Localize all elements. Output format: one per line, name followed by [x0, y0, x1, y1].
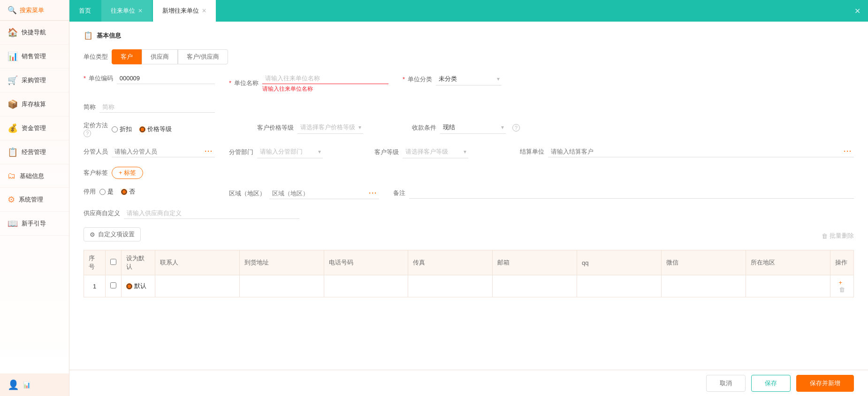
form-group-supplier-custom: 供应商自定义	[84, 208, 299, 219]
customer-price-label: 客户价格等级	[257, 124, 294, 132]
manager-input[interactable]	[114, 148, 205, 155]
region-field: ···	[269, 187, 379, 199]
remark-input[interactable]	[409, 187, 854, 199]
department-placeholder: 请输入分管部门	[260, 148, 316, 156]
cell-qq[interactable]	[577, 275, 662, 297]
col-phone: 电话号码	[324, 250, 408, 275]
contact-input[interactable]	[160, 283, 235, 290]
row-checkbox[interactable]	[110, 282, 116, 288]
col-action: 操作	[830, 250, 853, 275]
money-icon: 💰	[8, 123, 18, 133]
cell-region[interactable]	[746, 275, 830, 297]
sidebar-search-label: 搜索菜单	[20, 6, 44, 15]
gear-icon: ⚙	[90, 231, 95, 238]
col-region: 所在地区	[746, 250, 830, 275]
phone-input[interactable]	[329, 283, 404, 290]
short-name-input[interactable]	[99, 101, 215, 113]
unit-type-supplier[interactable]: 供应商	[142, 49, 178, 64]
sidebar-footer: 👤 📊	[0, 373, 69, 396]
tab-partners-label: 往来单位	[111, 7, 135, 15]
sidebar-item-inventory[interactable]: 📦 库存核算	[0, 93, 69, 116]
tab-partners-close[interactable]: ✕	[138, 8, 143, 14]
cell-fax[interactable]	[408, 275, 493, 297]
payment-terms-dropdown[interactable]: 现结 ▾	[440, 121, 506, 134]
delete-row-btn[interactable]: 🗑	[839, 286, 845, 293]
tab-bar-close-all[interactable]: ✕	[854, 7, 860, 16]
book-icon: 📖	[8, 218, 18, 229]
sidebar-item-purchase[interactable]: 🛒 采购管理	[0, 69, 69, 93]
department-dropdown[interactable]: 请输入分管部门 ▾	[257, 146, 323, 158]
cancel-button[interactable]: 取消	[706, 375, 746, 392]
sidebar-item-quick-nav[interactable]: 🏠 快捷导航	[0, 21, 69, 45]
sidebar-item-sales[interactable]: 📊 销售管理	[0, 45, 69, 69]
sidebar-item-operations[interactable]: 📋 经营管理	[0, 140, 69, 164]
remark-label: 备注	[393, 189, 405, 197]
custom-settings-button[interactable]: ⚙ 自定义项设置	[84, 227, 141, 241]
tab-home[interactable]: 首页	[69, 0, 100, 22]
unit-type-label: 单位类型	[84, 53, 108, 61]
cell-checkbox[interactable]	[106, 275, 122, 297]
manager-more-btn[interactable]: ···	[205, 148, 213, 155]
region-more-btn[interactable]: ···	[369, 189, 377, 197]
col-qq: qq	[577, 250, 662, 275]
unit-code-input[interactable]	[117, 73, 215, 84]
cell-email[interactable]	[493, 275, 577, 297]
payment-help-icon[interactable]: ?	[512, 124, 520, 132]
fax-input[interactable]	[413, 283, 487, 290]
unit-type-both[interactable]: 客户/供应商	[178, 49, 228, 64]
customer-price-placeholder: 请选择客户价格等级	[300, 123, 357, 132]
box-icon: 📦	[8, 99, 18, 109]
settlement-field: ···	[548, 146, 854, 157]
default-radio-label[interactable]: 默认	[126, 282, 150, 290]
add-tag-button[interactable]: + 标签	[112, 167, 143, 179]
region-input[interactable]	[272, 190, 369, 197]
disabled-yes-radio[interactable]: 是	[99, 187, 114, 196]
default-radio[interactable]	[126, 283, 132, 289]
sidebar-item-label: 销售管理	[22, 52, 46, 61]
save-button[interactable]: 保存	[751, 375, 791, 392]
cell-seq: 1	[84, 275, 106, 297]
pricing-level-radio[interactable]: 价格等级	[139, 125, 172, 133]
address-input[interactable]	[244, 283, 319, 290]
batch-delete-btn[interactable]: 🗑 批量删除	[822, 232, 854, 240]
customer-level-dropdown[interactable]: 请选择客户等级 ▾	[403, 146, 468, 158]
tab-new-partner-close[interactable]: ✕	[202, 8, 206, 14]
form-group-unit-type: 单位类型 客户 供应商 客户/供应商	[84, 49, 854, 64]
save-new-button[interactable]: 保存并新增	[796, 375, 854, 392]
sidebar-item-guide[interactable]: 📖 新手引导	[0, 212, 69, 236]
sidebar-search[interactable]: 🔍 搜索菜单	[0, 0, 69, 21]
customer-price-dropdown[interactable]: 请选择客户价格等级 ▾	[297, 121, 363, 134]
cell-contact[interactable]	[155, 275, 239, 297]
disabled-no-radio[interactable]: 否	[121, 187, 135, 196]
tab-home-label: 首页	[79, 7, 91, 15]
tab-partners[interactable]: 往来单位 ✕	[101, 0, 152, 22]
cell-address[interactable]	[239, 275, 324, 297]
qq-input[interactable]	[582, 283, 656, 290]
region-cell-input[interactable]	[751, 283, 825, 290]
cell-wechat[interactable]	[661, 275, 746, 297]
tab-new-partner[interactable]: 新增往来单位 ✕	[153, 0, 216, 22]
sidebar-footer-icon2: 📊	[23, 381, 30, 388]
sidebar-item-basic[interactable]: 🗂 基础信息	[0, 164, 69, 188]
unit-category-dropdown[interactable]: 未分类 ▾	[436, 73, 502, 85]
gear-icon: ⚙	[8, 194, 15, 205]
select-all-checkbox[interactable]	[110, 259, 116, 265]
add-row-btn[interactable]: +	[839, 279, 843, 286]
tab-new-partner-label: 新增往来单位	[162, 7, 199, 15]
pricing-help-icon[interactable]: ?	[84, 130, 91, 137]
sidebar-item-system[interactable]: ⚙ 系统管理	[0, 188, 69, 212]
sidebar-item-finance[interactable]: 💰 资金管理	[0, 116, 69, 140]
supplier-custom-input[interactable]	[124, 208, 299, 219]
settlement-more-btn[interactable]: ···	[844, 148, 852, 155]
cell-phone[interactable]	[324, 275, 408, 297]
email-input[interactable]	[497, 283, 572, 290]
form-group-pricing: 定价方法 ? 折扣 价格等级	[84, 121, 243, 137]
unit-name-input[interactable]	[262, 73, 388, 84]
wechat-input[interactable]	[666, 283, 741, 290]
payment-terms-value: 现结	[443, 123, 499, 132]
cell-default: 默认	[122, 275, 155, 297]
sidebar-item-label: 新手引导	[22, 219, 46, 228]
unit-type-customer[interactable]: 客户	[112, 49, 142, 64]
settlement-input[interactable]	[551, 148, 844, 155]
pricing-discount-radio[interactable]: 折扣	[112, 125, 132, 133]
